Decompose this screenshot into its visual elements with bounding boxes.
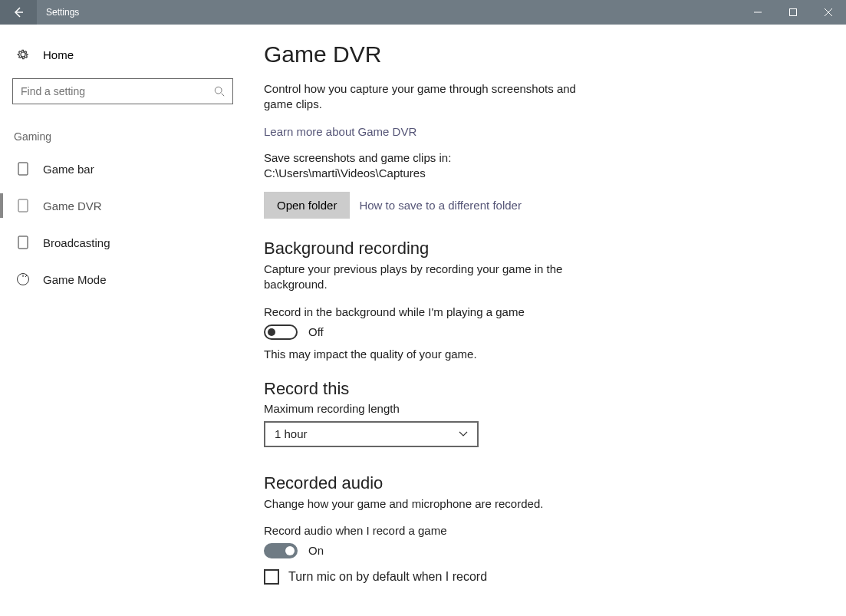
mic-checkbox[interactable]: [264, 569, 279, 585]
howto-link[interactable]: How to save to a different folder: [359, 199, 522, 212]
back-button[interactable]: [0, 0, 37, 25]
nav-label: Game DVR: [43, 199, 102, 212]
svg-rect-4: [18, 236, 28, 249]
mic-checkbox-label: Turn mic on by default when I record: [288, 570, 487, 584]
sidebar: Home Gaming Game bar Game DVR Broadcasti…: [0, 25, 245, 616]
nav-label: Game Mode: [43, 273, 107, 286]
recorded-audio-heading: Recorded audio: [264, 473, 785, 493]
arrow-left-icon: [12, 6, 25, 18]
minimize-icon: [754, 8, 762, 16]
svg-rect-2: [18, 163, 28, 175]
game-bar-icon: [15, 162, 31, 176]
chevron-down-icon: [459, 431, 468, 437]
home-label: Home: [43, 48, 74, 61]
bg-note: This may impact the quality of your game…: [264, 348, 785, 361]
game-mode-icon: [15, 272, 31, 286]
page-title: Game DVR: [264, 41, 785, 68]
minimize-button[interactable]: [740, 0, 775, 25]
titlebar: Settings: [0, 0, 846, 25]
background-recording-desc: Capture your previous plays by recording…: [264, 262, 586, 293]
recorded-audio-desc: Change how your game and microphone are …: [264, 496, 586, 512]
background-recording-heading: Background recording: [264, 239, 785, 259]
close-icon: [825, 8, 832, 16]
section-label: Gaming: [12, 127, 233, 150]
bg-recording-toggle[interactable]: [264, 324, 298, 340]
close-button[interactable]: [811, 0, 846, 25]
audio-toggle-state: On: [308, 544, 324, 557]
svg-rect-0: [790, 9, 797, 16]
page-description: Control how you capture your game throug…: [264, 81, 586, 113]
home-button[interactable]: Home: [12, 40, 233, 69]
nav-item-game-dvr[interactable]: Game DVR: [12, 187, 233, 224]
main-content: Game DVR Control how you capture your ga…: [245, 25, 846, 616]
learn-more-link[interactable]: Learn more about Game DVR: [264, 125, 416, 138]
audio-toggle-label: Record audio when I record a game: [264, 524, 785, 537]
max-length-select[interactable]: 1 hour: [264, 421, 479, 447]
nav-item-game-mode[interactable]: Game Mode: [12, 261, 233, 298]
open-folder-button[interactable]: Open folder: [264, 192, 350, 219]
bg-toggle-state: Off: [308, 325, 324, 338]
search-input[interactable]: [21, 85, 214, 97]
svg-point-1: [215, 87, 222, 94]
window-title: Settings: [37, 7, 79, 18]
save-path-text: Save screenshots and game clips in: C:\U…: [264, 150, 586, 182]
max-length-label: Maximum recording length: [264, 402, 785, 415]
nav-label: Broadcasting: [43, 236, 110, 249]
audio-toggle[interactable]: [264, 543, 298, 558]
record-this-heading: Record this: [264, 379, 785, 399]
game-dvr-icon: [15, 199, 31, 212]
search-icon: [214, 86, 225, 97]
select-value: 1 hour: [275, 427, 308, 440]
broadcasting-icon: [15, 236, 31, 249]
nav-item-broadcasting[interactable]: Broadcasting: [12, 224, 233, 261]
maximize-button[interactable]: [775, 0, 811, 25]
gear-icon: [15, 48, 31, 61]
bg-toggle-label: Record in the background while I'm playi…: [264, 305, 785, 318]
nav-label: Game bar: [43, 163, 94, 176]
search-box[interactable]: [12, 78, 233, 104]
maximize-icon: [789, 8, 797, 16]
nav-item-game-bar[interactable]: Game bar: [12, 150, 233, 187]
svg-rect-3: [18, 199, 28, 212]
